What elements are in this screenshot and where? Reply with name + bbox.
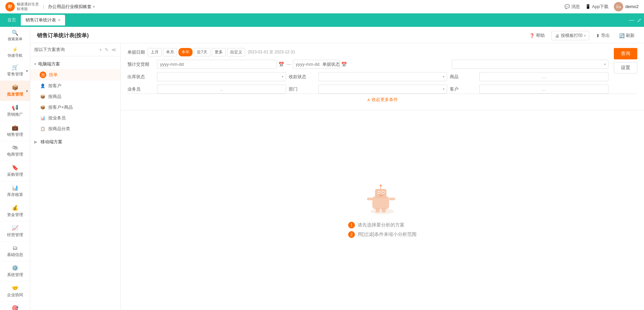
filter-row-3: 出库状态 ▾ 收款状态 <box>127 72 608 81</box>
refresh-button[interactable]: 🔄 刷新 <box>616 31 637 40</box>
scheme-item-by-customer[interactable]: 👤 按客户 <box>30 81 120 91</box>
finance-icon: 💰 <box>12 205 18 211</box>
date-btn-more[interactable]: 更多 <box>212 48 226 56</box>
collapse-bar[interactable]: ∧ 收起更多条件 <box>127 94 637 105</box>
date-btn-this-year[interactable]: 本年 <box>178 48 193 56</box>
delivery-date-start[interactable] <box>157 60 277 69</box>
scheme-item-by-order[interactable]: 按 按单 <box>30 69 120 81</box>
messages-button[interactable]: 💬 消息 <box>565 4 580 10</box>
sidebar-item-finance[interactable]: 💰 资金管理 <box>0 201 30 221</box>
date-btn-this-month[interactable]: 本月 <box>163 48 177 56</box>
page-title-row: 销售订单统计表(按单) ❓ 帮助 🖨 按模板打印 ▾ ⬆ 导出 <box>37 31 637 40</box>
tab-bar: 首页 销售订单统计表 × — ⤢ <box>0 13 644 27</box>
sidebar-search-item[interactable]: 🔍 搜索菜单 <box>0 27 30 44</box>
refresh-icon: 🔄 <box>619 33 625 38</box>
empty-tip-1: 1 请先选择要分析的方案 <box>348 222 417 228</box>
empty-tip-2: 2 用[过滤]条件来缩小分析范围 <box>348 231 417 238</box>
help-button[interactable]: ❓ 帮助 <box>527 31 547 40</box>
svg-point-8 <box>380 185 382 187</box>
empty-illustration <box>362 183 402 216</box>
tab-sales-order[interactable]: 销售订单统计表 × <box>21 15 65 25</box>
tab-close-icon[interactable]: × <box>58 18 60 22</box>
filter-row-4: 业务员 ... 部门 ▾ 客户 ... <box>127 85 608 94</box>
operations-icon: 📈 <box>12 225 18 231</box>
user-area[interactable]: Ea demo2 <box>614 2 639 11</box>
tip-1-number: 1 <box>348 222 355 228</box>
action-buttons: 查询 设置 <box>614 48 637 73</box>
mobile-scheme-header[interactable]: ▶ 移动端方案 <box>30 137 120 147</box>
scheme-section-pc: ▾ 电脑端方案 按 按单 👤 按客户 <box>30 56 120 137</box>
department-select-wrapper: ▾ <box>318 85 447 94</box>
app-download-button[interactable]: 📱 App下载 <box>585 4 608 10</box>
inventory-icon: 📊 <box>12 185 18 191</box>
sidebar-item-enterprise[interactable]: 🤝 企业协同 <box>0 281 30 302</box>
status-select[interactable] <box>452 60 608 69</box>
customer-label: 客户 <box>450 86 477 92</box>
user-avatar: Ea <box>614 2 623 11</box>
sidebar-item-sales[interactable]: 💼 销售管理 <box>0 121 30 141</box>
print-button[interactable]: 🖨 按模板打印 ▾ <box>551 31 589 40</box>
dropdown-icon[interactable]: ▾ <box>93 4 95 9</box>
reset-button[interactable]: 设置 <box>614 62 637 73</box>
active-dot: 按 <box>40 71 46 78</box>
sidebar-item-operations[interactable]: 📈 经营管理 <box>0 221 30 242</box>
logo-area: 好 畅捷通好生意 标准版 <box>5 2 39 11</box>
main-layout: 🔍 搜索菜单 ⚡ 快捷导航 🛒 零售管理 📦 批发管理 📢 营销推广 💼 销售管… <box>0 27 644 310</box>
sidebar-item-purchase[interactable]: 🔖 采购管理 <box>0 161 30 181</box>
query-button[interactable]: 查询 <box>614 48 637 59</box>
calendar-start-icon: 📅 <box>278 62 284 67</box>
sidebar-item-system[interactable]: ⚙️ 系统管理 <box>0 261 30 281</box>
sidebar: 🔍 搜索菜单 ⚡ 快捷导航 🛒 零售管理 📦 批发管理 📢 营销推广 💼 销售管… <box>0 27 30 310</box>
sidebar-quick-nav[interactable]: ⚡ 快捷导航 <box>0 44 30 61</box>
print-dropdown-icon[interactable]: ▾ <box>584 34 586 38</box>
svg-rect-1 <box>372 196 389 209</box>
body-layout: 按以下方案查询 + ✎ ≪ ▾ 电脑端方案 按 <box>30 43 644 310</box>
content-area: 销售订单统计表(按单) ❓ 帮助 🖨 按模板打印 ▾ ⬆ 导出 <box>30 27 644 310</box>
marketing-icon: 📢 <box>12 104 18 111</box>
filter-row-2: 预计交货期 📅 — 📅 单据状态 <box>127 60 608 69</box>
sidebar-item-marketing[interactable]: 📢 营销推广 <box>0 101 30 121</box>
wholesale-icon: 📦 <box>12 84 18 91</box>
sidebar-item-wholesale[interactable]: 📦 批发管理 <box>0 81 30 101</box>
add-scheme-icon[interactable]: + <box>99 47 102 52</box>
scheme-item-by-salesperson[interactable]: 📊 按业务员 <box>30 113 120 123</box>
top-bar-right: 💬 消息 📱 App下载 Ea demo2 <box>565 2 639 11</box>
product-select-button[interactable]: ... <box>479 72 608 81</box>
pc-scheme-header[interactable]: ▾ 电脑端方案 <box>30 59 120 69</box>
sidebar-item-ecommerce[interactable]: 🛍 电商管理 <box>0 141 30 161</box>
scheme-item-by-product[interactable]: 📦 按商品 <box>30 91 120 102</box>
download-icon: 📱 <box>585 4 591 9</box>
tab-home[interactable]: 首页 <box>3 15 21 25</box>
sidebar-item-newbie[interactable]: 🎯 新手引导 <box>0 302 30 310</box>
date-btn-last-month[interactable]: 上月 <box>148 48 162 56</box>
date-btn-last7[interactable]: 近7天 <box>194 48 210 56</box>
edit-scheme-icon[interactable]: ✎ <box>105 47 109 52</box>
tab-minimize-icon[interactable]: — <box>629 17 634 23</box>
logo-icon: 好 <box>5 2 15 11</box>
scheme-item-by-category[interactable]: 📋 按商品分类 <box>30 123 120 134</box>
scheme-item-by-customer-product[interactable]: 📦 按客户+商品 <box>30 102 120 113</box>
sidebar-item-inventory[interactable]: 📊 库存核算 <box>0 181 30 201</box>
department-select[interactable] <box>318 85 447 94</box>
top-bar: 好 畅捷通好生意 标准版 | 办公用品行业模拟账套 ▾ 💬 消息 📱 App下载… <box>0 0 644 13</box>
customer-select-button[interactable]: ... <box>479 85 608 94</box>
salesperson-select-button[interactable]: ... <box>157 85 286 94</box>
date-btn-custom[interactable]: 自定义 <box>227 48 245 56</box>
empty-state: 1 请先选择要分析的方案 2 用[过滤]条件来缩小分析范围 <box>121 110 644 310</box>
print-icon: 🖨 <box>555 33 559 38</box>
pay-status-select[interactable] <box>318 72 447 81</box>
svg-rect-2 <box>375 189 386 198</box>
collapse-panel-icon[interactable]: ≪ <box>111 47 116 52</box>
delivery-end-wrapper: 📅 <box>293 60 320 69</box>
tab-maximize-icon[interactable]: ⤢ <box>637 17 641 23</box>
left-panel: 按以下方案查询 + ✎ ≪ ▾ 电脑端方案 按 <box>30 43 121 310</box>
out-status-select[interactable] <box>157 72 286 81</box>
filter-card: 单据日期 上月 本月 本年 近7天 更多 自定义 2023-01-01 至 20… <box>121 43 644 110</box>
sidebar-item-retail[interactable]: 🛒 零售管理 <box>0 61 30 81</box>
date-label: 单据日期 <box>127 49 145 55</box>
message-icon: 💬 <box>565 4 570 9</box>
page-header: 销售订单统计表(按单) ❓ 帮助 🖨 按模板打印 ▾ ⬆ 导出 <box>30 27 644 43</box>
expand-icon: ▾ <box>34 62 36 66</box>
export-button[interactable]: ⬆ 导出 <box>593 31 612 40</box>
sidebar-item-basic[interactable]: 🗂 基础信息 <box>0 242 30 261</box>
